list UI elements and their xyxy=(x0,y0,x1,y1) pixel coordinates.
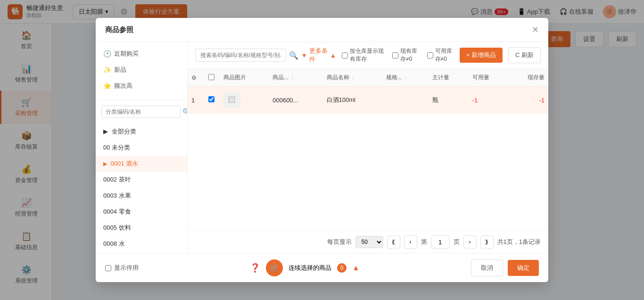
modal-footer: 显示停用 ❓ 🛒 连续选择的商品 0 ▲ 取消 确定 xyxy=(96,253,548,282)
col-unit-label: 主计量 xyxy=(432,74,449,81)
checkbox-warehouse-stock[interactable]: 按仓库显示现有库存 xyxy=(342,47,385,63)
col-unit: 主计量 xyxy=(429,69,469,87)
filter-expand-icon: ▲ xyxy=(330,52,336,59)
cat0002-label: 0002 茶叶 xyxy=(103,176,131,183)
more-filter-button[interactable]: ▼ 更多条件 ▲ xyxy=(301,47,336,64)
col-spec-sort-icon: ↕ xyxy=(405,75,407,80)
col-name[interactable]: 商品名称 ↕ xyxy=(323,69,382,87)
col-settings[interactable]: ⚙ xyxy=(188,69,205,87)
col-code[interactable]: 商品... ↕ xyxy=(269,69,322,87)
column-settings-icon[interactable]: ⚙ xyxy=(191,75,197,81)
next-page-button[interactable]: › xyxy=(463,235,477,249)
category-item-0001[interactable]: ▶ 0001 酒水 xyxy=(96,156,187,172)
col-available: 可用量 xyxy=(469,69,509,87)
row-image: 🖼 xyxy=(220,87,269,114)
cat0008-label: 0008 水 xyxy=(103,240,125,247)
table-header-row: ⚙ 商品图片 商品... ↕ xyxy=(188,69,548,87)
select-all-checkbox[interactable] xyxy=(208,74,215,80)
table-row[interactable]: 1 🖼 000600... 白酒100ml 瓶 -1 -1 xyxy=(188,87,548,114)
modal-right-panel: 🔍 ▼ 更多条件 ▲ 按仓库显示现有库存 现有库存≠0 xyxy=(188,42,548,253)
page-input[interactable] xyxy=(431,235,450,249)
row-checkbox[interactable] xyxy=(205,87,220,114)
row-code: 000600... xyxy=(269,87,322,114)
frequent-icon: ⭐ xyxy=(103,82,111,90)
category-item-00[interactable]: 00 未分类 xyxy=(96,140,187,156)
refresh-table-button[interactable]: C 刷新 xyxy=(508,47,541,63)
available-nonzero-label: 可用库存≠0 xyxy=(435,47,454,63)
col-spec-label: 规格... xyxy=(386,74,402,81)
available-nonzero-checkbox[interactable] xyxy=(427,52,433,58)
product-search-input[interactable] xyxy=(195,49,286,62)
quick-links: 🕐 近期购买 ✨ 新品 ⭐ 频次高 xyxy=(96,42,187,98)
warehouse-stock-checkbox[interactable] xyxy=(342,52,348,58)
row-spec xyxy=(382,87,429,114)
row-name: 白酒100ml xyxy=(323,87,382,114)
cancel-button[interactable]: 取消 xyxy=(471,259,503,276)
add-product-button[interactable]: + 新增商品 xyxy=(460,48,503,63)
modal-body: 🕐 近期购买 ✨ 新品 ⭐ 频次高 🔍 ▶ xyxy=(96,42,548,253)
quick-link-frequent[interactable]: ⭐ 频次高 xyxy=(96,78,187,94)
col-name-sort-icon: ↕ xyxy=(352,75,354,80)
col-name-label: 商品名称 xyxy=(327,74,349,81)
col-image-label: 商品图片 xyxy=(223,74,246,81)
col-code-label: 商品... xyxy=(272,74,289,81)
page-text-label: 第 xyxy=(421,238,427,246)
cat0004-label: 0004 零食 xyxy=(103,208,131,215)
modal-close-button[interactable]: ✕ xyxy=(532,25,539,35)
product-thumbnail: 🖼 xyxy=(223,92,240,108)
page-size-select[interactable]: 50 100 xyxy=(355,236,383,248)
page-size-label: 每页显示 xyxy=(327,238,352,246)
product-search-icon[interactable]: 🔍 xyxy=(289,51,298,60)
cart-button[interactable]: 🛒 xyxy=(266,259,283,276)
quick-link-recent[interactable]: 🕐 近期购买 xyxy=(96,46,187,62)
cart-count-badge: 0 xyxy=(337,263,347,273)
category-item-0003[interactable]: 0003 水果 xyxy=(96,188,187,204)
footer-left: 显示停用 xyxy=(105,264,139,272)
show-disabled-checkbox-label[interactable]: 显示停用 xyxy=(105,264,139,272)
show-disabled-label: 显示停用 xyxy=(114,264,139,272)
category-search-input[interactable] xyxy=(101,106,181,118)
row-no: 1 xyxy=(188,87,205,114)
product-reference-modal: 商品参照 ✕ 🕐 近期购买 ✨ 新品 ⭐ 频次高 xyxy=(96,18,548,282)
nonzero-stock-checkbox[interactable] xyxy=(392,52,398,58)
total-records-text: 共1页，1条记录 xyxy=(497,238,541,246)
all-category-label: 全部分类 xyxy=(112,128,136,135)
show-disabled-checkbox[interactable] xyxy=(105,265,111,271)
quick-link-new[interactable]: ✨ 新品 xyxy=(96,62,187,78)
category-item-0005[interactable]: 0005 饮料 xyxy=(96,220,187,236)
category-item-0008[interactable]: 0008 水 xyxy=(96,236,187,252)
col-stock: 现存量 xyxy=(508,69,548,87)
last-page-button[interactable]: ⟫ xyxy=(480,235,494,249)
recent-icon: 🕐 xyxy=(103,50,111,58)
quick-link-new-label: 新品 xyxy=(114,66,126,74)
category-item-0004[interactable]: 0004 零食 xyxy=(96,204,187,220)
row-select-checkbox[interactable] xyxy=(208,96,215,102)
divider xyxy=(96,100,187,100)
cat0003-label: 0003 水果 xyxy=(103,192,131,199)
col-spec[interactable]: 规格... ↕ xyxy=(382,69,429,87)
col-checkbox xyxy=(205,69,220,87)
pagination: 每页显示 50 100 ⟪ ‹ 第 页 › ⟫ 共1页，1条记录 xyxy=(188,230,548,253)
new-icon: ✨ xyxy=(103,66,111,74)
prev-page-button[interactable]: ‹ xyxy=(404,235,417,249)
checkbox-nonzero-stock[interactable]: 现有库存≠0 xyxy=(392,47,419,63)
help-icon[interactable]: ❓ xyxy=(250,263,260,273)
cat00-label: 00 未分类 xyxy=(103,144,130,151)
cat0001-arrow: ▶ xyxy=(103,161,107,167)
modal-header: 商品参照 ✕ xyxy=(96,18,548,42)
warehouse-stock-label: 按仓库显示现有库存 xyxy=(350,47,385,63)
checkbox-available-nonzero[interactable]: 可用库存≠0 xyxy=(427,47,454,63)
category-search-icon[interactable]: 🔍 xyxy=(182,108,188,116)
confirm-button[interactable]: 确定 xyxy=(508,260,539,276)
category-item-0002[interactable]: 0002 茶叶 xyxy=(96,172,187,188)
product-search-bar: 🔍 ▼ 更多条件 ▲ xyxy=(195,47,336,64)
product-table-area: ⚙ 商品图片 商品... ↕ xyxy=(188,69,548,230)
first-page-button[interactable]: ⟪ xyxy=(387,235,400,249)
modal-toolbar: 🔍 ▼ 更多条件 ▲ 按仓库显示现有库存 现有库存≠0 xyxy=(188,42,548,69)
collapse-up-button[interactable]: ▲ xyxy=(352,264,360,272)
col-available-label: 可用量 xyxy=(472,74,489,81)
modal-left-panel: 🕐 近期购买 ✨ 新品 ⭐ 频次高 🔍 ▶ xyxy=(96,42,188,253)
category-list: ▶ 全部分类 00 未分类 ▶ 0001 酒水 0002 茶叶 0003 水果 xyxy=(96,122,187,253)
category-item-all[interactable]: ▶ 全部分类 xyxy=(96,124,187,140)
modal-title: 商品参照 xyxy=(105,25,133,34)
